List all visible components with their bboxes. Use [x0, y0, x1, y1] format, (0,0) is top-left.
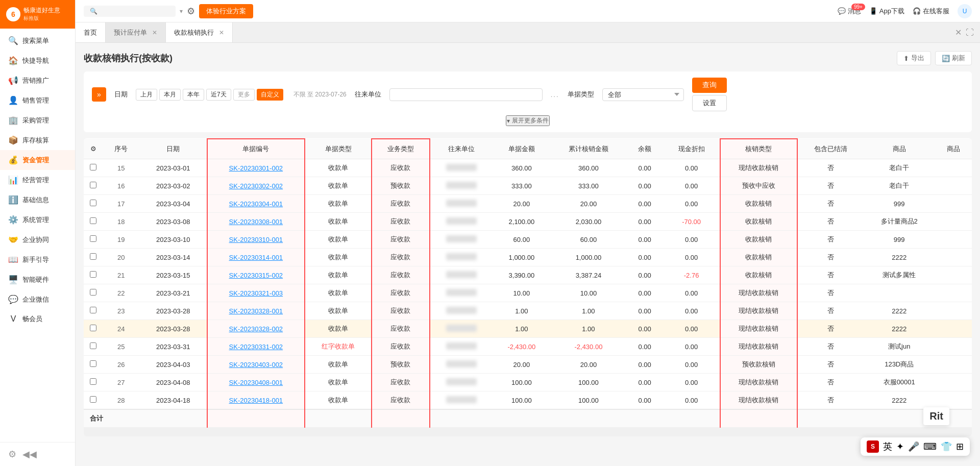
row-num: 24: [103, 320, 139, 338]
row-bill-no[interactable]: SK-20230418-001: [207, 391, 305, 410]
row-bill-no[interactable]: SK-20230304-001: [207, 195, 305, 213]
counterpart-input[interactable]: [389, 88, 543, 101]
user-avatar[interactable]: U: [958, 4, 972, 18]
sidebar-item-hardware[interactable]: 🖥️智能硬件: [0, 269, 75, 289]
table-row[interactable]: 21 2023-03-15 SK-20230315-002 收款单 应收款 3,…: [84, 266, 972, 284]
sidebar-item-finance[interactable]: 💰资金管理: [0, 150, 75, 170]
header-dropdown-arrow[interactable]: ▾: [180, 8, 183, 15]
row-checkbox[interactable]: [84, 195, 103, 213]
online-service-item[interactable]: 🎧 在线客服: [913, 7, 949, 16]
tab-receivable[interactable]: 收款核销执行✕: [166, 22, 233, 42]
more-date-button[interactable]: 更多: [233, 89, 255, 101]
settings-icon[interactable]: ⚙: [8, 449, 16, 460]
table-row[interactable]: 15 2023-03-01 SK-20230301-002 收款单 应收款 36…: [84, 159, 972, 177]
export-button[interactable]: ⬆ 导出: [897, 51, 931, 65]
table-row[interactable]: 22 2023-03-21 SK-20230321-003 收款单 应收款 10…: [84, 284, 972, 302]
this-month-button[interactable]: 本月: [159, 89, 181, 101]
refresh-button[interactable]: 🔄 刷新: [935, 51, 972, 65]
col-header-settings[interactable]: ⚙: [84, 139, 103, 159]
table-row[interactable]: 26 2023-04-03 SK-20230403-002 收款单 预收款 20…: [84, 356, 972, 374]
row-bill-no[interactable]: SK-20230315-002: [207, 266, 305, 284]
ime-keyboard-icon[interactable]: ⌨: [923, 441, 937, 452]
row-bill-no[interactable]: SK-20230408-001: [207, 374, 305, 391]
sidebar-item-system[interactable]: ⚙️系统管理: [0, 210, 75, 230]
row-bill-no[interactable]: SK-20230301-002: [207, 159, 305, 177]
sidebar-item-nav[interactable]: 🏠快捷导航: [0, 51, 75, 70]
row-bill-no[interactable]: SK-20230328-002: [207, 320, 305, 338]
row-checkbox[interactable]: [84, 266, 103, 284]
tab-close-receivable[interactable]: ✕: [219, 29, 224, 36]
custom-date-button[interactable]: 自定义: [257, 89, 283, 101]
sidebar-item-search[interactable]: 🔍搜索菜单: [0, 31, 75, 51]
tab-home[interactable]: 首页: [76, 22, 106, 42]
table-row[interactable]: 19 2023-03-10 SK-20230310-001 收款单 应收款 60…: [84, 231, 972, 249]
last-month-button[interactable]: 上月: [136, 89, 157, 101]
sidebar-item-member[interactable]: V畅会员: [0, 309, 75, 329]
row-checkbox[interactable]: [84, 356, 103, 374]
sidebar-label-member: 畅会员: [22, 314, 42, 324]
settings-button[interactable]: 设置: [692, 95, 727, 111]
table-row[interactable]: 16 2023-03-02 SK-20230302-002 收款单 预收款 33…: [84, 177, 972, 195]
table-row[interactable]: 24 2023-03-28 SK-20230328-002 收款单 应收款 1.…: [84, 320, 972, 338]
query-button[interactable]: 查询: [692, 78, 727, 93]
header-gear-icon[interactable]: ⚙: [187, 6, 195, 17]
row-bill-no[interactable]: SK-20230310-001: [207, 231, 305, 249]
message-item[interactable]: 💬 消息 99+: [838, 7, 861, 16]
table-row[interactable]: 18 2023-03-08 SK-20230308-001 收款单 应收款 2,…: [84, 213, 972, 231]
row-checkbox[interactable]: [84, 159, 103, 177]
app-download-item[interactable]: 📱 App下载: [869, 7, 904, 16]
sidebar-item-wechat[interactable]: 💬企业微信: [0, 289, 75, 309]
ime-chinese-icon[interactable]: 英: [883, 440, 892, 453]
row-bill-no[interactable]: SK-20230308-001: [207, 213, 305, 231]
row-bill-no[interactable]: SK-20230403-002: [207, 356, 305, 374]
row-bill-no[interactable]: SK-20230314-001: [207, 249, 305, 266]
collapse-icon[interactable]: ◀◀: [22, 449, 37, 460]
tab-close-prepay[interactable]: ✕: [152, 29, 157, 36]
this-year-button[interactable]: 本年: [183, 89, 204, 101]
row-bill-no[interactable]: SK-20230321-003: [207, 284, 305, 302]
sidebar-item-purchase[interactable]: 🏢采购管理: [0, 110, 75, 130]
maximize-window-button[interactable]: ⛶: [966, 28, 974, 37]
row-bill-no[interactable]: SK-20230302-002: [207, 177, 305, 195]
horizontal-scrollbar[interactable]: [84, 428, 972, 436]
sidebar-item-operations[interactable]: 📊经营管理: [0, 170, 75, 190]
close-window-button[interactable]: ✕: [955, 28, 962, 37]
row-checkbox[interactable]: [84, 231, 103, 249]
table-row[interactable]: 28 2023-04-18 SK-20230418-001 收款单 应收款 10…: [84, 391, 972, 410]
sidebar-item-base[interactable]: ℹ️基础信息: [0, 190, 75, 210]
row-checkbox[interactable]: [84, 320, 103, 338]
expand-conditions-button[interactable]: ▾ 展开更多条件: [506, 115, 550, 126]
row-checkbox[interactable]: [84, 177, 103, 195]
row-checkbox[interactable]: [84, 284, 103, 302]
sidebar-label-sales: 销售管理: [22, 96, 49, 105]
sidebar-item-guide[interactable]: 📖新手引导: [0, 250, 75, 269]
table-row[interactable]: 23 2023-03-28 SK-20230328-001 收款单 应收款 1.…: [84, 302, 972, 320]
filter-toggle-button[interactable]: »: [92, 87, 106, 102]
ime-star-icon[interactable]: ✦: [896, 441, 904, 452]
row-checkbox[interactable]: [84, 249, 103, 266]
row-checkbox[interactable]: [84, 391, 103, 410]
row-bill-no[interactable]: SK-20230328-001: [207, 302, 305, 320]
row-checkbox[interactable]: [84, 338, 103, 356]
last-7-days-button[interactable]: 近7天: [206, 89, 231, 101]
industry-solution-button[interactable]: 体验行业方案: [199, 4, 253, 18]
bill-type-select[interactable]: 全部 收款单 红字收款单: [602, 88, 684, 101]
ime-skin-icon[interactable]: 👕: [941, 441, 952, 452]
sidebar-item-corp[interactable]: 🤝企业协同: [0, 230, 75, 250]
sidebar-item-sales[interactable]: 👤销售管理: [0, 90, 75, 110]
ime-apps-icon[interactable]: ⊞: [956, 441, 964, 452]
row-goods: 123D商品: [864, 356, 935, 374]
tab-prepay[interactable]: 预计应付单✕: [106, 22, 166, 42]
sidebar-item-marketing[interactable]: 📢营销推广: [0, 70, 75, 90]
row-checkbox[interactable]: [84, 374, 103, 391]
table-row[interactable]: 27 2023-04-08 SK-20230408-001 收款单 应收款 10…: [84, 374, 972, 391]
row-checkbox[interactable]: [84, 213, 103, 231]
row-checkbox[interactable]: [84, 302, 103, 320]
sidebar-item-inventory[interactable]: 📦库存核算: [0, 130, 75, 150]
table-row[interactable]: 17 2023-03-04 SK-20230304-001 收款单 应收款 20…: [84, 195, 972, 213]
header-search-box[interactable]: 🔍: [84, 6, 176, 17]
table-row[interactable]: 25 2023-03-31 SK-20230331-002 红字收款单 应收款 …: [84, 338, 972, 356]
ime-mic-icon[interactable]: 🎤: [908, 441, 919, 452]
table-row[interactable]: 20 2023-03-14 SK-20230314-001 收款单 应收款 1,…: [84, 249, 972, 266]
row-bill-no[interactable]: SK-20230331-002: [207, 338, 305, 356]
